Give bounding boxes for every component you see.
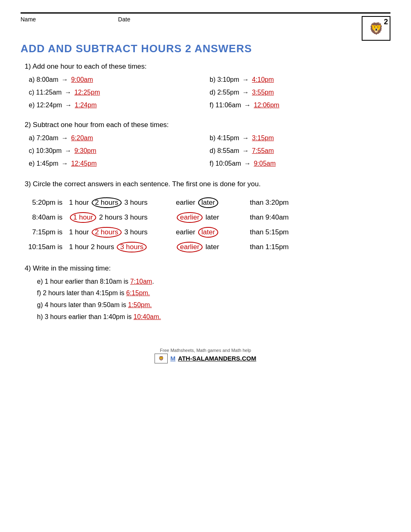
section2: 2) Subtract one hour from each of these … [21, 121, 390, 169]
footer-tagline: Free Mathsheets, Math games and Math hel… [21, 348, 390, 353]
footer-logo-icon: 🦁 [155, 354, 168, 363]
section4-answer: 1:50pm. [128, 301, 152, 308]
circle-table-row: 7:15pm is1 hour 2 hours 3 hoursearlier l… [21, 225, 390, 240]
circle-hours-cell: 1 hour 2 hours 3 hours [66, 225, 173, 240]
section2-answer-item: b) 4:15pm → 3:15pm [210, 132, 390, 143]
section2-answer-item: c) 10:30pm → 9:30pm [29, 145, 210, 156]
date-label: Date [118, 16, 130, 23]
earlier-text: earlier [176, 199, 195, 206]
circle-el-cell: earlier later [173, 195, 247, 210]
section1-answer-item: e) 12:24pm → 1:24pm [29, 99, 210, 111]
section1-answer-item: b) 3:10pm → 4:10pm [210, 74, 390, 85]
section1-answers: a) 8:00am → 9:00amb) 3:10pm → 4:10pmc) 1… [29, 74, 390, 111]
footer-site: ATH-SALAMANDERS.COM [178, 355, 256, 362]
h1-text: 1 hour [69, 199, 89, 206]
circle-hours-cell: 1 hour 2 hours 3 hours [66, 195, 173, 210]
section1: 1) Add one hour to each of these times: … [21, 62, 390, 111]
circle-than-cell: than 5:15pm [247, 225, 390, 240]
circled-h2: 2 hours [92, 197, 122, 208]
page-title: ADD AND SUBTRACT HOURS 2 ANSWERS [21, 42, 390, 55]
circle-el-cell: earlier later [173, 210, 247, 225]
circle-time-label: 7:15pm is [21, 225, 66, 240]
circled-earlier: earlier [177, 242, 203, 252]
later-text: later [206, 213, 219, 221]
logo-box: 2 🦁 [362, 16, 390, 41]
h2-text: 2 hours [91, 243, 114, 251]
circle-table-row: 10:15am is1 hour 2 hours 3 hoursearlier … [21, 240, 390, 254]
section1-label: 1) Add one hour to each of these times: [25, 62, 390, 71]
h2-text: 2 hours [99, 213, 122, 221]
circle-table-row: 8:40am is1 hour 2 hours 3 hoursearlier l… [21, 210, 390, 225]
h3-text: 3 hours [124, 228, 148, 236]
name-label: Name [21, 16, 36, 23]
footer-logo-row: 🦁 MATH-SALAMANDERS.COM [21, 354, 390, 363]
circle-than-cell: than 9:40am [247, 210, 390, 225]
circled-later: later [198, 227, 218, 238]
section4-answer: 10:40am. [134, 313, 161, 320]
circle-time-label: 10:15am is [21, 240, 66, 254]
section2-label: 2) Subtract one hour from each of these … [25, 121, 390, 129]
section4-answer-item: f) 2 hours later than 4:15pm is 6:15pm. [37, 287, 390, 299]
logo-number: 2 [384, 18, 388, 26]
h3-text: 3 hours [124, 199, 148, 206]
section2-answers: a) 7:20am → 6:20amb) 4:15pm → 3:15pmc) 1… [29, 132, 390, 169]
section2-answer-item: a) 7:20am → 6:20am [29, 132, 210, 143]
circle-el-cell: earlier later [173, 240, 247, 254]
circled-earlier: earlier [177, 212, 203, 223]
section4-items: e) 1 hour earlier than 8:10am is 7:10am.… [37, 276, 390, 323]
circle-time-label: 5:20pm is [21, 195, 66, 210]
later-text: later [206, 243, 219, 251]
circle-than-cell: than 3:20pm [247, 195, 390, 210]
section1-answer-item: f) 11:06am → 12:06pm [210, 99, 390, 111]
section2-answer-item: e) 1:45pm → 12:45pm [29, 158, 210, 169]
circle-than-cell: than 1:15pm [247, 240, 390, 254]
section1-answer-item: c) 11:25am → 12:25pm [29, 87, 210, 98]
footer-m: M [170, 355, 175, 362]
circled-later: later [198, 197, 218, 208]
section4-answer-item: h) 3 hours earlier than 1:40pm is 10:40a… [37, 311, 390, 323]
section4-answer-item: e) 1 hour earlier than 8:10am is 7:10am. [37, 276, 390, 288]
section4: 4) Write in the missing time: e) 1 hour … [21, 264, 390, 323]
circled-h1: 1 hour [70, 212, 96, 223]
section1-answer-item: d) 2:55pm → 3:55pm [210, 87, 390, 98]
section4-answer: 7:10am [130, 278, 152, 285]
section4-label: 4) Write in the missing time: [25, 264, 390, 273]
section3: 3) Circle the correct answers in each se… [21, 179, 390, 254]
circle-table: 5:20pm is1 hour 2 hours 3 hoursearlier l… [21, 195, 390, 254]
section2-answer-item: f) 10:05am → 9:05am [210, 158, 390, 169]
h3-text: 3 hours [124, 213, 148, 221]
earlier-text: earlier [176, 228, 195, 236]
circle-hours-cell: 1 hour 2 hours 3 hours [66, 240, 173, 254]
h1-text: 1 hour [69, 243, 89, 251]
circle-table-row: 5:20pm is1 hour 2 hours 3 hoursearlier l… [21, 195, 390, 210]
section4-answer-item: g) 4 hours later than 9:50am is 1:50pm. [37, 299, 390, 311]
h1-text: 1 hour [69, 228, 89, 236]
circle-el-cell: earlier later [173, 225, 247, 240]
logo-icon: 🦁 [369, 22, 383, 35]
circled-h3: 3 hours [117, 242, 147, 252]
circle-time-label: 8:40am is [21, 210, 66, 225]
section4-answer: 6:15pm. [126, 289, 150, 296]
section3-label: 3) Circle the correct answers in each se… [25, 179, 390, 190]
circle-hours-cell: 1 hour 2 hours 3 hours [66, 210, 173, 225]
section1-answer-item: a) 8:00am → 9:00am [29, 74, 210, 85]
circled-h2: 2 hours [92, 227, 122, 238]
section2-answer-item: d) 8:55am → 7:55am [210, 145, 390, 156]
